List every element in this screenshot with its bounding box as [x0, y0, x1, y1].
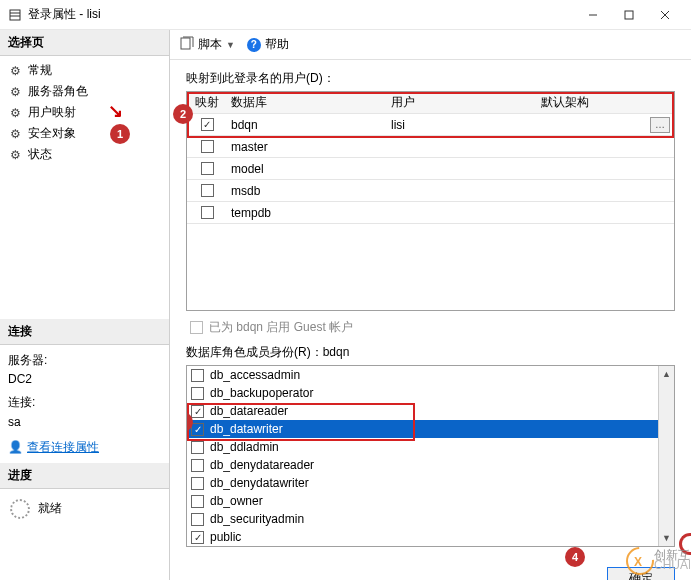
- server-label: 服务器:: [8, 351, 161, 370]
- help-button[interactable]: ? 帮助: [247, 36, 289, 53]
- col-schema-header: 默认架构: [537, 94, 674, 111]
- cell-db: model: [227, 162, 387, 176]
- col-user-header: 用户: [387, 94, 537, 111]
- role-name: db_datawriter: [210, 422, 283, 436]
- nav-user-mapping[interactable]: ⚙ 用户映射 ↘: [0, 102, 169, 123]
- role-checkbox[interactable]: [191, 513, 204, 526]
- guest-checkbox: [190, 321, 203, 334]
- role-row[interactable]: db_securityadmin: [187, 510, 674, 528]
- map-checkbox[interactable]: [201, 206, 214, 219]
- cell-db: master: [227, 140, 387, 154]
- server-value: DC2: [8, 370, 161, 389]
- role-checkbox[interactable]: [191, 477, 204, 490]
- role-checkbox[interactable]: [191, 459, 204, 472]
- grid-row[interactable]: msdb: [187, 180, 674, 202]
- annotation-badge-2: 2: [173, 104, 193, 124]
- role-name: db_securityadmin: [210, 512, 304, 526]
- role-checkbox[interactable]: [191, 441, 204, 454]
- scroll-up-icon[interactable]: ▲: [659, 366, 675, 382]
- wrench-icon: ⚙: [8, 127, 22, 141]
- annotation-badge-4: 4: [565, 547, 585, 567]
- role-row[interactable]: db_backupoperator: [187, 384, 674, 402]
- role-membership-label: 数据库角色成员身份(R)：bdqn: [186, 344, 675, 361]
- role-row[interactable]: db_denydatareader: [187, 456, 674, 474]
- cell-user: lisi: [387, 118, 537, 132]
- wrench-icon: ⚙: [8, 64, 22, 78]
- grid-header: 映射 数据库 用户 默认架构: [187, 92, 674, 114]
- right-panel: 脚本 ▼ ? 帮助 映射到此登录名的用户(D)： 2 映射 数据库 用户 默认架…: [170, 30, 691, 580]
- role-row[interactable]: db_datawriter: [187, 420, 674, 438]
- svg-rect-4: [625, 11, 633, 19]
- toolbar-help-label: 帮助: [265, 36, 289, 53]
- minimize-button[interactable]: [575, 1, 611, 29]
- role-name: db_denydatareader: [210, 458, 314, 472]
- role-row[interactable]: db_owner: [187, 492, 674, 510]
- grid-row[interactable]: tempdb: [187, 202, 674, 224]
- mapped-users-label: 映射到此登录名的用户(D)：: [186, 70, 675, 87]
- role-checkbox[interactable]: [191, 405, 204, 418]
- window-title: 登录属性 - lisi: [28, 6, 101, 23]
- role-checkbox[interactable]: [191, 387, 204, 400]
- role-checkbox[interactable]: [191, 495, 204, 508]
- wrench-icon: ⚙: [8, 85, 22, 99]
- annotation-arrow-icon: ↘: [108, 100, 123, 122]
- role-row[interactable]: db_denydatawriter: [187, 474, 674, 492]
- role-row[interactable]: db_ddladmin: [187, 438, 674, 456]
- grid-row[interactable]: model: [187, 158, 674, 180]
- conn-label: 连接:: [8, 393, 161, 412]
- svg-rect-7: [181, 38, 190, 49]
- nav-label: 用户映射: [28, 104, 76, 121]
- role-checkbox[interactable]: [191, 369, 204, 382]
- browse-schema-button[interactable]: …: [650, 117, 670, 133]
- role-checkbox[interactable]: [191, 423, 204, 436]
- role-name: db_backupoperator: [210, 386, 313, 400]
- view-conn-props-link[interactable]: 查看连接属性: [27, 438, 99, 457]
- map-checkbox[interactable]: [201, 118, 214, 131]
- role-row[interactable]: db_accessadmin: [187, 366, 674, 384]
- nav-label: 常规: [28, 62, 52, 79]
- left-panel: 选择页 ⚙ 常规 ⚙ 服务器角色 ⚙ 用户映射 ↘ ⚙ 安全对象 ⚙ 状态: [0, 30, 170, 580]
- role-list[interactable]: 3 db_accessadmin db_backupoperator db_da…: [186, 365, 675, 547]
- ok-button[interactable]: 确定: [607, 567, 675, 580]
- map-checkbox[interactable]: [201, 140, 214, 153]
- select-page-heading: 选择页: [0, 30, 169, 56]
- cell-db: tempdb: [227, 206, 387, 220]
- scroll-down-icon[interactable]: ▼: [659, 530, 675, 546]
- map-checkbox[interactable]: [201, 184, 214, 197]
- role-row[interactable]: db_datareader: [187, 402, 674, 420]
- role-row[interactable]: public: [187, 528, 674, 546]
- cell-schema: …: [537, 117, 674, 133]
- progress-heading: 进度: [0, 463, 169, 489]
- role-checkbox[interactable]: [191, 531, 204, 544]
- toolbar-script-label: 脚本: [198, 36, 222, 53]
- role-name: db_datareader: [210, 404, 288, 418]
- grid-row[interactable]: master: [187, 136, 674, 158]
- connection-heading: 连接: [0, 319, 169, 345]
- role-name: public: [210, 530, 241, 544]
- nav-server-roles[interactable]: ⚙ 服务器角色: [0, 81, 169, 102]
- grid-row[interactable]: bdqn lisi …: [187, 114, 674, 136]
- titlebar: 登录属性 - lisi: [0, 0, 691, 30]
- nav-label: 状态: [28, 146, 52, 163]
- app-icon: [8, 8, 22, 22]
- col-db-header: 数据库: [227, 94, 387, 111]
- spinner-icon: [10, 499, 30, 519]
- nav-label: 安全对象: [28, 125, 76, 142]
- nav-status[interactable]: ⚙ 状态: [0, 144, 169, 165]
- nav-securables[interactable]: ⚙ 安全对象: [0, 123, 169, 144]
- annotation-badge-1: 1: [110, 124, 130, 144]
- conn-value: sa: [8, 413, 161, 432]
- script-dropdown[interactable]: 脚本 ▼: [180, 36, 235, 53]
- wrench-icon: ⚙: [8, 106, 22, 120]
- cell-db: msdb: [227, 184, 387, 198]
- nav-general[interactable]: ⚙ 常规: [0, 60, 169, 81]
- role-name: db_accessadmin: [210, 368, 300, 382]
- mapping-grid[interactable]: 2 映射 数据库 用户 默认架构 bdqn lisi …: [186, 91, 675, 311]
- conn-props-icon: 👤: [8, 438, 23, 457]
- role-name: db_denydatawriter: [210, 476, 309, 490]
- map-checkbox[interactable]: [201, 162, 214, 175]
- cell-db: bdqn: [227, 118, 387, 132]
- maximize-button[interactable]: [611, 1, 647, 29]
- close-button[interactable]: [647, 1, 683, 29]
- scrollbar[interactable]: ▲ ▼: [658, 366, 674, 546]
